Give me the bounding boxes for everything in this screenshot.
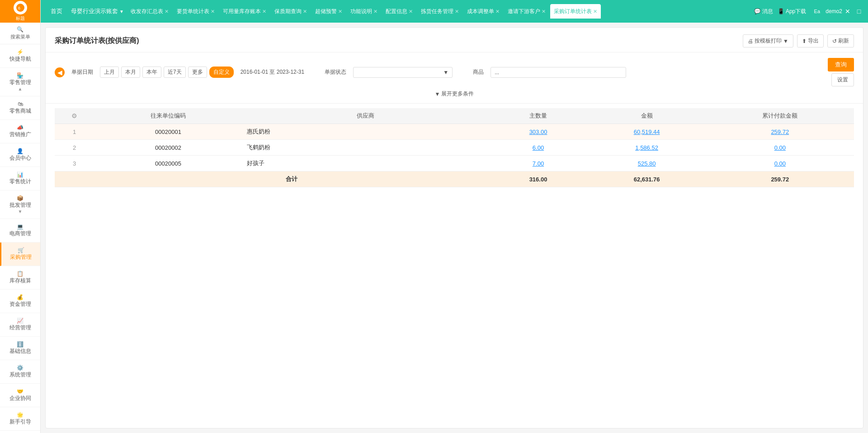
sidebar-item-retail-shop[interactable]: 🛍 零售商城: [0, 96, 40, 120]
row2-amount: 1,586.52: [588, 140, 706, 156]
window-maximize-btn[interactable]: □: [854, 7, 863, 16]
tab-task[interactable]: 拣货任务管理 ✕: [417, 4, 462, 19]
tab-goods-stats[interactable]: 要货单统计表 ✕: [173, 4, 218, 19]
sidebar-item-ecommerce[interactable]: 💻 电商管理: [0, 219, 40, 243]
user-avatar-btn[interactable]: Ea demo2: [811, 5, 842, 18]
col-header-paid: 累计付款金额: [706, 108, 854, 124]
sidebar-item-basic[interactable]: ℹ️ 基础信息: [0, 337, 40, 360]
date-this-month-btn[interactable]: 本月: [121, 67, 140, 78]
goods-input[interactable]: ...: [491, 67, 626, 78]
query-btn[interactable]: 查询: [828, 58, 854, 71]
filter-toggle-btn[interactable]: ◀: [55, 67, 65, 77]
tab-config-close-icon[interactable]: ✕: [409, 9, 413, 14]
sidebar-item-enterprise[interactable]: 🤝 企业协同: [0, 384, 40, 407]
row3-qty: 7.00: [489, 156, 587, 171]
sidebar-item-marketing[interactable]: 📣 营销推广: [0, 120, 40, 143]
refresh-btn[interactable]: ↺ 刷新: [827, 34, 854, 48]
sidebar-item-app-center[interactable]: 📱 应用中心: [0, 431, 40, 433]
date-filter-label: 单据日期: [71, 68, 93, 76]
message-btn[interactable]: 💬 消息: [754, 8, 773, 15]
refresh-label: 刷新: [838, 37, 849, 45]
tab-receive[interactable]: 收发存汇总表 ✕: [127, 4, 172, 19]
sidebar-item-search[interactable]: 🔍 搜索菜单: [0, 23, 40, 44]
retail-stats-icon: 📊: [17, 171, 24, 178]
window-close-btn[interactable]: ✕: [843, 7, 852, 16]
export-btn[interactable]: ⬆ 导出: [797, 34, 824, 48]
date-this-year-btn[interactable]: 本年: [142, 67, 161, 78]
sidebar-item-finance[interactable]: 💰 资金管理: [0, 290, 40, 313]
template-print-btn[interactable]: 🖨 按模板打印 ▼: [743, 34, 793, 48]
sidebar-item-retail-stats[interactable]: 📊 零售统计: [0, 167, 40, 190]
tab-purchase-stats-label: 采购订单统计表: [554, 8, 592, 15]
tab-task-close-icon[interactable]: ✕: [455, 9, 459, 14]
topbar-actions: 💬 消息 📱 App下载 Ea demo2: [754, 5, 842, 18]
quicknav-icon: ⚡: [17, 49, 24, 55]
tab-available[interactable]: 可用量库存账本 ✕: [219, 4, 270, 19]
status-select[interactable]: ▼: [353, 67, 453, 78]
settings-btn[interactable]: 设置: [831, 73, 854, 86]
row2-paid: 0.00: [706, 140, 854, 156]
avatar: Ea: [811, 5, 823, 18]
home-tab[interactable]: 首页: [45, 0, 68, 23]
tab-config[interactable]: 配置信息 ✕: [382, 4, 416, 19]
data-table: ⚙ 往来单位编码 供应商 主数量 金额 累计付款金额 1 00020001 惠氏…: [55, 108, 854, 187]
tab-purchase-stats-close-icon[interactable]: ✕: [593, 9, 597, 14]
table-row: 2 00020002 飞鹤奶粉 6.00 1,586.52 0.00: [55, 140, 854, 156]
row1-paid: 259.72: [706, 124, 854, 140]
tab-invite-label: 邀请下游客户: [508, 8, 540, 15]
footer-label: 合计: [94, 171, 489, 187]
sidebar-item-retail[interactable]: 🏪 零售管理 ▲: [0, 68, 40, 96]
sidebar-item-inventory[interactable]: 📋 库存核算: [0, 266, 40, 290]
app-logo: 6 标题: [0, 0, 40, 23]
row2-code: 00020002: [94, 140, 242, 156]
tab-funcinfo[interactable]: 功能说明 ✕: [347, 4, 381, 19]
tab-cost[interactable]: 成本调整单 ✕: [463, 4, 503, 19]
sidebar-item-operations[interactable]: 📈 经营管理: [0, 313, 40, 337]
expand-label: 展开更多条件: [441, 90, 474, 98]
tab-goods-stats-close-icon[interactable]: ✕: [211, 9, 215, 14]
tab-invite[interactable]: 邀请下游客户 ✕: [504, 4, 549, 19]
row1-supplier: 惠氏奶粉: [242, 124, 489, 140]
filter-row-1: ◀ 单据日期 上月 本月 本年 近7天 更多 自定义 2016-01-01 至 …: [55, 58, 854, 86]
column-settings-icon[interactable]: ⚙: [71, 112, 77, 119]
expand-more-btn[interactable]: ▼ 展开更多条件: [435, 90, 474, 98]
main-area: 首页 母婴行业演示账套 ▼ 收发存汇总表 ✕ 要货单统计表 ✕ 可用量库存账本 …: [41, 0, 868, 433]
window-buttons: ✕ □: [843, 7, 863, 16]
sidebar-item-purchase[interactable]: 🛒 采购管理: [0, 243, 40, 266]
date-custom-badge[interactable]: 自定义: [209, 67, 234, 78]
tab-invite-close-icon[interactable]: ✕: [542, 9, 546, 14]
sidebar-item-system[interactable]: ⚙️ 系统管理: [0, 360, 40, 384]
table-row: 1 00020001 惠氏奶粉 303.00 60,519.44 259.72: [55, 124, 854, 140]
tab-purchase-stats[interactable]: 采购订单统计表 ✕: [550, 4, 601, 19]
sidebar-item-newbie[interactable]: 🌟 新手引导: [0, 407, 40, 431]
tab-overstock-close-icon[interactable]: ✕: [338, 9, 342, 14]
tab-overstock[interactable]: 超储预警 ✕: [311, 4, 346, 19]
newbie-icon: 🌟: [17, 412, 24, 418]
ecommerce-label: 电商管理: [9, 230, 31, 238]
goods-filter-label: 商品: [473, 68, 484, 76]
tab-funcinfo-close-icon[interactable]: ✕: [373, 9, 377, 14]
tab-expiry-close-icon[interactable]: ✕: [303, 9, 307, 14]
expand-chevron-icon: ▼: [435, 91, 440, 97]
table-header-row: ⚙ 往来单位编码 供应商 主数量 金额 累计付款金额: [55, 108, 854, 124]
date-last-month-btn[interactable]: 上月: [100, 67, 119, 78]
tab-available-close-icon[interactable]: ✕: [262, 9, 266, 14]
sidebar-item-member[interactable]: 👤 会员中心: [0, 143, 40, 167]
tab-cost-close-icon[interactable]: ✕: [495, 9, 500, 14]
inventory-icon: 📋: [17, 271, 24, 277]
sidebar-item-quicknav[interactable]: ⚡ 快捷导航: [0, 44, 40, 68]
date-more-btn[interactable]: 更多: [188, 67, 207, 78]
retail-stats-label: 零售统计: [9, 178, 31, 186]
quicknav-label: 快捷导航: [9, 55, 31, 63]
workspace-dropdown[interactable]: 母婴行业演示账套 ▼: [69, 0, 126, 23]
sidebar-item-wholesale[interactable]: 📦 批发管理 ▼: [0, 190, 40, 219]
date-7days-btn[interactable]: 近7天: [164, 67, 186, 78]
message-icon: 💬: [754, 8, 761, 14]
retail-shop-icon: 🛍: [18, 101, 23, 107]
purchase-icon: 🛒: [18, 247, 24, 253]
tab-receive-close-icon[interactable]: ✕: [165, 9, 169, 14]
search-menu-label: 搜索菜单: [10, 33, 30, 40]
tab-expiry[interactable]: 保质期查询 ✕: [271, 4, 311, 19]
app-download-btn[interactable]: 📱 App下载: [778, 8, 806, 15]
page-header-actions: 🖨 按模板打印 ▼ ⬆ 导出 ↺ 刷新: [743, 34, 854, 48]
